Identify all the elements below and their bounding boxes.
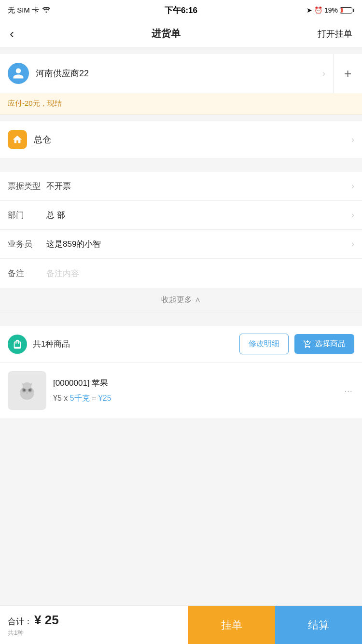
remark-label: 备注 xyxy=(8,268,46,279)
product-quantity: 5千克 xyxy=(70,394,90,402)
ticket-type-value: 不开票 xyxy=(46,181,348,192)
warehouse-icon-container xyxy=(8,130,27,149)
remark-value: 备注内容 xyxy=(46,268,354,279)
svg-point-5 xyxy=(24,390,25,391)
page-title: 进货单 xyxy=(152,27,181,40)
location-icon: ➤ xyxy=(306,6,312,14)
alarm-icon: ⏰ xyxy=(314,6,322,14)
section-divider-2 xyxy=(0,114,362,121)
select-product-button[interactable]: 选择商品 xyxy=(294,334,354,354)
warehouse-name: 总仓 xyxy=(34,134,348,145)
nav-bar: ‹ 进货单 打开挂单 xyxy=(0,20,362,47)
salesperson-value: 这是859的小智 xyxy=(46,238,348,250)
supplier-section: 河南供应商22 › + xyxy=(0,54,362,93)
notice-text: 应付-20元，现结 xyxy=(8,99,62,107)
total-amount: ¥ 25 xyxy=(34,613,59,628)
section-divider-4 xyxy=(0,312,362,319)
total-label: 合计： xyxy=(8,616,32,627)
warehouse-row[interactable]: 总仓 › xyxy=(0,121,362,158)
ticket-type-chevron-icon: › xyxy=(351,181,354,191)
hang-order-button[interactable]: 挂单 xyxy=(188,606,275,644)
svg-point-8 xyxy=(23,382,31,389)
product-item: [0000001] 苹果 ¥5 x 5千克 = ¥25 ··· xyxy=(0,363,362,419)
wifi-icon xyxy=(42,6,51,14)
add-supplier-button[interactable]: + xyxy=(333,54,362,93)
ticket-type-label: 票据类型 xyxy=(8,181,46,192)
department-row[interactable]: 部门 总 部 › xyxy=(0,201,362,230)
open-pending-button[interactable]: 打开挂单 xyxy=(318,28,352,40)
supplier-name: 河南供应商22 xyxy=(36,68,319,79)
supplier-chevron-icon: › xyxy=(322,69,325,79)
remark-row[interactable]: 备注 备注内容 xyxy=(0,259,362,288)
supplier-avatar xyxy=(8,63,29,84)
battery-percent: 19% xyxy=(324,6,338,14)
ticket-type-row[interactable]: 票据类型 不开票 › xyxy=(0,172,362,201)
person-icon xyxy=(12,67,25,80)
product-more-button[interactable]: ··· xyxy=(342,383,354,398)
product-subtotal: ¥25 xyxy=(98,394,111,402)
product-info: [0000001] 苹果 ¥5 x 5千克 = ¥25 xyxy=(53,378,335,404)
multiply-sign: x xyxy=(64,394,70,402)
cart-plus-icon xyxy=(303,340,312,349)
warehouse-chevron-icon: › xyxy=(351,135,354,145)
product-name: [0000001] 苹果 xyxy=(53,378,335,389)
page-content: 河南供应商22 › + 应付-20元，现结 总仓 › 票据类型 不开票 › 部门 xyxy=(0,47,362,462)
product-code: [0000001] xyxy=(53,378,90,388)
bottom-bar: 合计： ¥ 25 共1种 挂单 结算 xyxy=(0,605,362,644)
salesperson-label: 业务员 xyxy=(8,238,46,250)
products-count: 共1种商品 xyxy=(33,338,234,350)
department-value: 总 部 xyxy=(46,210,348,221)
back-button[interactable]: ‹ xyxy=(10,26,14,42)
edit-detail-button[interactable]: 修改明细 xyxy=(239,334,289,354)
price-unit: ¥5 xyxy=(53,394,62,402)
time-label: 下午6:16 xyxy=(165,5,197,16)
status-bar: 无 SIM 卡 下午6:16 ➤ ⏰ 19% xyxy=(0,0,362,20)
products-header: 共1种商品 修改明细 选择商品 xyxy=(0,326,362,363)
department-chevron-icon: › xyxy=(351,210,354,220)
svg-point-6 xyxy=(29,390,31,391)
equals-sign: = xyxy=(92,394,98,402)
products-icon-container xyxy=(8,335,27,354)
product-thumbnail xyxy=(8,371,46,410)
product-price: ¥5 x 5千克 = ¥25 xyxy=(53,393,335,404)
total-count: 共1种 xyxy=(8,629,181,637)
carrier-label: 无 SIM 卡 xyxy=(8,6,39,15)
form-section: 票据类型 不开票 › 部门 总 部 › 业务员 这是859的小智 › 备注 备注… xyxy=(0,172,362,288)
department-label: 部门 xyxy=(8,210,46,221)
shopping-bag-icon xyxy=(12,339,23,350)
section-divider-3 xyxy=(0,158,362,165)
salesperson-row[interactable]: 业务员 这是859的小智 › xyxy=(0,230,362,259)
settle-button[interactable]: 结算 xyxy=(275,606,362,644)
battery-icon xyxy=(340,7,354,14)
collapse-bar[interactable]: 收起更多 ∧ xyxy=(0,288,362,312)
owl-logo-icon xyxy=(15,378,39,403)
supplier-selector[interactable]: 河南供应商22 › xyxy=(0,54,333,93)
notice-bar: 应付-20元，现结 xyxy=(0,93,362,114)
status-right: ➤ ⏰ 19% xyxy=(306,6,354,14)
status-left: 无 SIM 卡 xyxy=(8,6,51,15)
total-section: 合计： ¥ 25 共1种 xyxy=(0,606,188,644)
section-divider-1 xyxy=(0,47,362,54)
select-product-label: 选择商品 xyxy=(315,339,346,349)
warehouse-icon xyxy=(12,134,23,145)
salesperson-chevron-icon: › xyxy=(351,239,354,249)
